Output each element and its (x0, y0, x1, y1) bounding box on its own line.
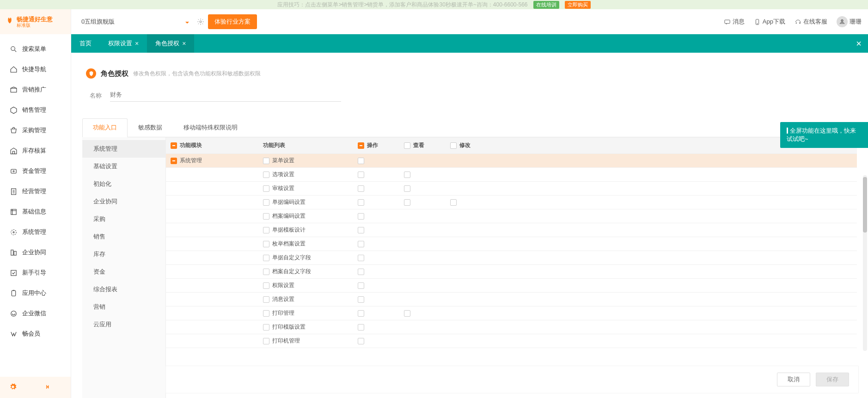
subtab[interactable]: 敏感数据 (128, 118, 173, 137)
checkbox[interactable] (358, 282, 364, 289)
inventory-icon (9, 147, 18, 155)
checkbox[interactable] (263, 185, 269, 192)
checkbox[interactable] (358, 324, 364, 331)
tab-角色授权[interactable]: 角色授权× (147, 34, 194, 53)
checkbox[interactable] (358, 241, 364, 247)
experience-button[interactable]: 体验行业方案 (208, 14, 257, 29)
sidebar-item-funds[interactable]: 资金管理 (0, 161, 71, 181)
scrollbar-thumb[interactable] (863, 177, 867, 233)
checkbox[interactable] (450, 199, 457, 206)
subtab[interactable]: 功能入口 (82, 118, 128, 137)
category-item[interactable]: 系统管理 (82, 140, 165, 158)
table-row: 单据编码设置 (166, 196, 857, 209)
messages-button[interactable]: 消息 (724, 18, 745, 26)
checkbox[interactable] (358, 213, 364, 220)
category-item[interactable]: 初始化 (82, 175, 165, 193)
table-row: 审核设置 (166, 182, 857, 196)
sidebar-item-apps[interactable]: 应用中心 (0, 283, 71, 303)
tab-首页[interactable]: 首页 (71, 34, 100, 53)
sidebar-item-basic[interactable]: 基础信息 (0, 202, 71, 222)
checkbox[interactable] (263, 338, 269, 344)
svg-rect-3 (11, 169, 16, 173)
gear-icon[interactable] (197, 18, 204, 25)
checkbox[interactable] (404, 310, 410, 317)
logo[interactable]: 畅捷通好生意 标准版 (0, 9, 71, 34)
category-item[interactable]: 云应用 (82, 316, 165, 333)
cancel-button[interactable]: 取消 (777, 373, 810, 386)
cell-list: 打印管理 (272, 309, 294, 317)
table-row: 系统管理菜单设置 (166, 154, 857, 168)
checkbox[interactable] (263, 158, 269, 164)
sidebar-item-sales[interactable]: 销售管理 (0, 100, 71, 120)
user-menu[interactable]: 珊珊 (837, 16, 862, 27)
fullscreen-callout[interactable]: 全屏功能在这里哦，快来试试吧~ (780, 122, 868, 148)
checkbox[interactable] (358, 199, 364, 206)
checkbox-indeterminate[interactable] (358, 142, 364, 149)
checkbox[interactable] (263, 199, 269, 206)
scrollbar[interactable] (863, 175, 867, 351)
category-item[interactable]: 库存 (82, 245, 165, 263)
checkbox[interactable] (263, 255, 269, 261)
close-icon[interactable]: × (182, 40, 186, 47)
checkbox[interactable] (358, 185, 364, 192)
org-selector[interactable]: 0五组旗舰版 (78, 14, 193, 29)
settings-icon[interactable] (9, 383, 17, 392)
sidebar-item-marketing[interactable]: 营销推广 (0, 80, 71, 100)
checkbox[interactable] (263, 282, 269, 289)
cell-list: 打印机管理 (272, 337, 300, 345)
checkbox[interactable] (263, 324, 269, 331)
name-field[interactable]: 财务 (110, 90, 341, 102)
checkbox-indeterminate[interactable] (171, 142, 177, 149)
category-item[interactable]: 基础设置 (82, 158, 165, 175)
checkbox[interactable] (404, 171, 410, 178)
sidebar-item-quicknav[interactable]: 快捷导航 (0, 59, 71, 80)
sidebar-item-label: 基础信息 (22, 208, 46, 216)
sidebar-item-guide[interactable]: 新手引导 (0, 263, 71, 283)
close-all-tabs-icon[interactable]: × (850, 34, 868, 53)
checkbox[interactable] (263, 310, 269, 317)
checkbox-indeterminate[interactable] (171, 158, 177, 164)
checkbox[interactable] (358, 269, 364, 275)
promo-buy-button[interactable]: 立即购买 (565, 1, 591, 9)
checkbox[interactable] (263, 227, 269, 233)
category-item[interactable]: 营销 (82, 298, 165, 316)
table-row: 档案编码设置 (166, 209, 857, 223)
checkbox[interactable] (263, 171, 269, 178)
checkbox[interactable] (263, 296, 269, 303)
sidebar-item-system[interactable]: 系统管理 (0, 222, 71, 242)
checkbox[interactable] (404, 142, 410, 149)
collapse-icon[interactable] (44, 383, 52, 392)
app-download-button[interactable]: App下载 (754, 18, 785, 26)
checkbox[interactable] (358, 310, 364, 317)
sidebar-item-purchase[interactable]: 采购管理 (0, 120, 71, 141)
sidebar-item-wework[interactable]: 企业微信 (0, 303, 71, 324)
sidebar-item-business[interactable]: 经营管理 (0, 181, 71, 202)
sidebar-item-inventory[interactable]: 库存核算 (0, 141, 71, 161)
subtab[interactable]: 移动端特殊权限说明 (173, 118, 248, 137)
category-item[interactable]: 采购 (82, 210, 165, 228)
checkbox[interactable] (358, 158, 364, 164)
sidebar-item-member[interactable]: 畅会员 (0, 324, 71, 344)
checkbox[interactable] (358, 255, 364, 261)
tab-权限设置[interactable]: 权限设置× (100, 34, 147, 53)
checkbox[interactable] (450, 142, 457, 149)
checkbox[interactable] (404, 185, 410, 192)
category-item[interactable]: 综合报表 (82, 281, 165, 298)
checkbox[interactable] (263, 269, 269, 275)
checkbox[interactable] (358, 296, 364, 303)
category-item[interactable]: 资金 (82, 263, 165, 281)
member-icon (9, 330, 18, 338)
category-item[interactable]: 销售 (82, 228, 165, 245)
checkbox[interactable] (358, 171, 364, 178)
online-service-button[interactable]: 在线客服 (795, 18, 827, 26)
checkbox[interactable] (358, 227, 364, 233)
close-icon[interactable]: × (135, 40, 139, 47)
checkbox[interactable] (263, 241, 269, 247)
sidebar-item-search[interactable]: 搜索菜单 (0, 39, 71, 59)
category-item[interactable]: 企业协同 (82, 193, 165, 210)
sidebar-item-collab[interactable]: 企业协同 (0, 242, 71, 263)
checkbox[interactable] (358, 338, 364, 344)
checkbox[interactable] (263, 213, 269, 220)
checkbox[interactable] (404, 199, 410, 206)
promo-train-button[interactable]: 在线培训 (533, 1, 559, 9)
